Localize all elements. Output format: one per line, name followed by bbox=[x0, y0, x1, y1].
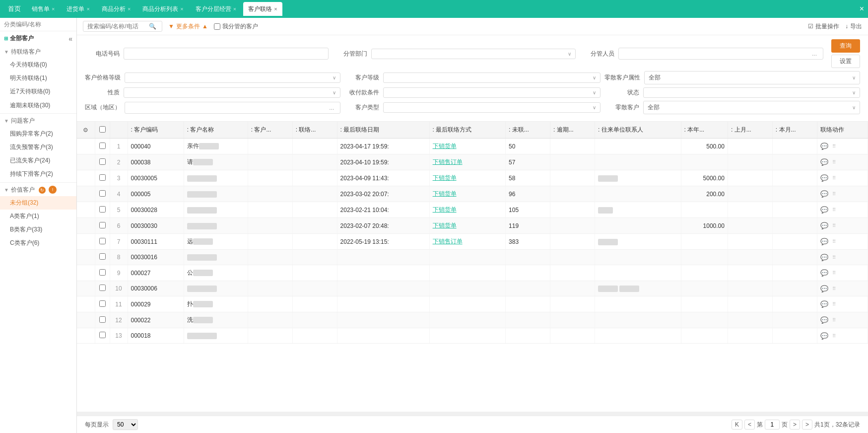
chat-icon[interactable]: 💬 bbox=[820, 285, 828, 292]
export-button[interactable]: ↓ 导出 bbox=[845, 22, 862, 31]
row-checkbox[interactable] bbox=[99, 253, 106, 260]
grid-action-icon[interactable]: ⠿ bbox=[832, 270, 835, 276]
close-customer-stratification-icon[interactable]: × bbox=[233, 6, 236, 12]
contact-way-link[interactable]: 下销货单 bbox=[433, 206, 457, 213]
th-settings[interactable]: ⚙ bbox=[77, 122, 95, 139]
row-checkbox[interactable] bbox=[99, 158, 106, 165]
grid-action-icon[interactable]: ⠿ bbox=[832, 175, 835, 181]
sidebar-item-7days-pending[interactable]: 近7天待联络(0) bbox=[0, 85, 76, 98]
sidebar-group-pending-contact[interactable]: ▼ 待联络客户 bbox=[0, 46, 76, 58]
close-purchase-order-icon[interactable]: × bbox=[86, 6, 89, 12]
per-page-select[interactable]: 50 100 200 bbox=[113, 419, 138, 430]
row-checkbox[interactable] bbox=[99, 300, 106, 307]
grid-action-icon[interactable]: ⠿ bbox=[832, 159, 835, 165]
chat-icon[interactable]: 💬 bbox=[820, 158, 828, 166]
customer-type-select[interactable]: ∨ bbox=[383, 102, 600, 113]
grid-action-icon[interactable]: ⠿ bbox=[832, 286, 835, 291]
next-page-button[interactable]: > bbox=[790, 420, 800, 430]
tab-purchase-order[interactable]: 进货单 × bbox=[62, 2, 94, 16]
tab-product-analysis-list[interactable]: 商品分析列表 × bbox=[137, 2, 188, 16]
row-checkbox[interactable] bbox=[99, 269, 106, 276]
page-number-input[interactable] bbox=[765, 420, 780, 430]
contact-way-link[interactable]: 下销货单 bbox=[433, 190, 457, 197]
chat-icon[interactable]: 💬 bbox=[820, 222, 828, 229]
grid-action-icon[interactable]: ⠿ bbox=[832, 191, 835, 197]
chat-icon[interactable]: 💬 bbox=[820, 238, 828, 245]
close-all-icon[interactable]: × bbox=[860, 4, 864, 13]
reset-button[interactable]: 设置 bbox=[831, 55, 860, 68]
contact-way-link[interactable]: 下销货单 bbox=[433, 222, 457, 229]
first-page-button[interactable]: K bbox=[732, 420, 742, 430]
payment-select[interactable]: ∨ bbox=[383, 87, 600, 98]
more-filters-button[interactable]: ▼ 更多条件 ▲ bbox=[168, 22, 208, 31]
sidebar-item-tomorrow-pending[interactable]: 明天待联络(1) bbox=[0, 72, 76, 85]
grid-action-icon[interactable]: ⠿ bbox=[832, 255, 835, 260]
sidebar-item-declining-customers[interactable]: 持续下滑客户(2) bbox=[0, 167, 76, 181]
last-page-button[interactable]: > bbox=[802, 420, 812, 430]
grid-action-icon[interactable]: ⠿ bbox=[832, 301, 835, 307]
row-checkbox[interactable] bbox=[99, 222, 106, 228]
grid-action-icon[interactable]: ⠿ bbox=[832, 317, 835, 323]
sidebar-group-value-customers[interactable]: ▼ 价值客户 ↻ ! bbox=[0, 184, 76, 196]
retail-attr-select[interactable]: 全部 ∨ bbox=[644, 71, 860, 84]
person-input-area[interactable]: ... bbox=[618, 48, 823, 60]
status-select[interactable]: ∨ bbox=[643, 87, 860, 98]
sidebar-item-churn-warning[interactable]: 流失预警客户(3) bbox=[0, 141, 76, 154]
chat-icon[interactable]: 💬 bbox=[820, 190, 828, 198]
sidebar-item-class-b[interactable]: B类客户(33) bbox=[0, 223, 76, 236]
sidebar-collapse-icon[interactable]: « bbox=[68, 35, 72, 43]
main-search-input[interactable] bbox=[87, 23, 147, 30]
home-tab[interactable]: 首页 bbox=[4, 4, 25, 13]
all-customers-header[interactable]: ⊞ 全部客户 « bbox=[0, 31, 76, 46]
chat-icon[interactable]: 💬 bbox=[820, 332, 828, 340]
sidebar-item-ungrouped[interactable]: 未分组(32) bbox=[0, 196, 76, 210]
sidebar-item-stockpile-abnormal[interactable]: 囤购异常客户(2) bbox=[0, 127, 76, 141]
horizontal-scrollbar[interactable] bbox=[77, 412, 868, 416]
grid-action-icon[interactable]: ⠿ bbox=[832, 223, 835, 228]
sidebar-item-today-pending[interactable]: 今天待联络(0) bbox=[0, 58, 76, 72]
customer-grade-select[interactable]: ∨ bbox=[383, 72, 600, 83]
row-checkbox[interactable] bbox=[99, 143, 106, 149]
close-customer-contact-icon[interactable]: × bbox=[274, 6, 277, 12]
price-grade-select[interactable]: ∨ bbox=[125, 72, 340, 83]
sidebar-item-class-c[interactable]: C类客户(6) bbox=[0, 236, 76, 250]
query-button[interactable]: 查询 bbox=[831, 39, 860, 53]
row-checkbox[interactable] bbox=[99, 285, 106, 291]
tab-customer-contact[interactable]: 客户联络 × bbox=[243, 2, 282, 16]
grid-action-icon[interactable]: ⠿ bbox=[832, 239, 835, 244]
region-input-area[interactable]: ... bbox=[125, 102, 340, 114]
grid-action-icon[interactable]: ⠿ bbox=[832, 333, 835, 339]
chat-icon[interactable]: 💬 bbox=[820, 269, 828, 277]
person-ellipsis-icon[interactable]: ... bbox=[810, 50, 819, 57]
region-ellipsis-icon[interactable]: ... bbox=[327, 104, 336, 111]
chat-icon[interactable]: 💬 bbox=[820, 300, 828, 308]
chat-icon[interactable]: 💬 bbox=[820, 143, 828, 150]
sidebar-search-input[interactable] bbox=[4, 21, 77, 28]
contact-way-link[interactable]: 下销货单 bbox=[433, 143, 457, 149]
sidebar-group-problem-customers[interactable]: ▼ 问题客户 bbox=[0, 115, 76, 127]
my-customers-checkbox[interactable] bbox=[214, 23, 220, 30]
grid-action-icon[interactable]: ⠿ bbox=[832, 207, 835, 213]
my-customers-filter[interactable]: 我分管的客户 bbox=[214, 22, 258, 31]
chat-icon[interactable]: 💬 bbox=[820, 316, 828, 324]
gear-icon[interactable]: ⚙ bbox=[83, 127, 88, 134]
batch-ops-button[interactable]: ☑ 批量操作 bbox=[808, 22, 839, 31]
prev-page-button[interactable]: < bbox=[744, 420, 755, 430]
chat-icon[interactable]: 💬 bbox=[820, 174, 828, 182]
chat-icon[interactable]: 💬 bbox=[820, 206, 828, 214]
main-search-icon[interactable]: 🔍 bbox=[149, 23, 156, 30]
chat-icon[interactable]: 💬 bbox=[820, 254, 828, 261]
row-checkbox[interactable] bbox=[99, 206, 106, 213]
close-product-analysis-list-icon[interactable]: × bbox=[180, 6, 183, 12]
close-sales-order-icon[interactable]: × bbox=[52, 6, 55, 12]
select-all-checkbox[interactable] bbox=[99, 126, 106, 133]
contact-way-link[interactable]: 下销售订单 bbox=[433, 158, 463, 165]
nature-select[interactable]: ∨ bbox=[124, 87, 340, 98]
retail-select[interactable]: 全部 ∨ bbox=[643, 101, 860, 114]
sidebar-item-lost-customers[interactable]: 已流失客户(24) bbox=[0, 154, 76, 167]
contact-way-link[interactable]: 下销售订单 bbox=[433, 238, 463, 245]
tab-product-analysis[interactable]: 商品分析 × bbox=[97, 2, 135, 16]
close-product-analysis-icon[interactable]: × bbox=[128, 6, 131, 12]
grid-action-icon[interactable]: ⠿ bbox=[832, 144, 835, 149]
tab-customer-stratification[interactable]: 客户分层经营 × bbox=[191, 2, 241, 16]
